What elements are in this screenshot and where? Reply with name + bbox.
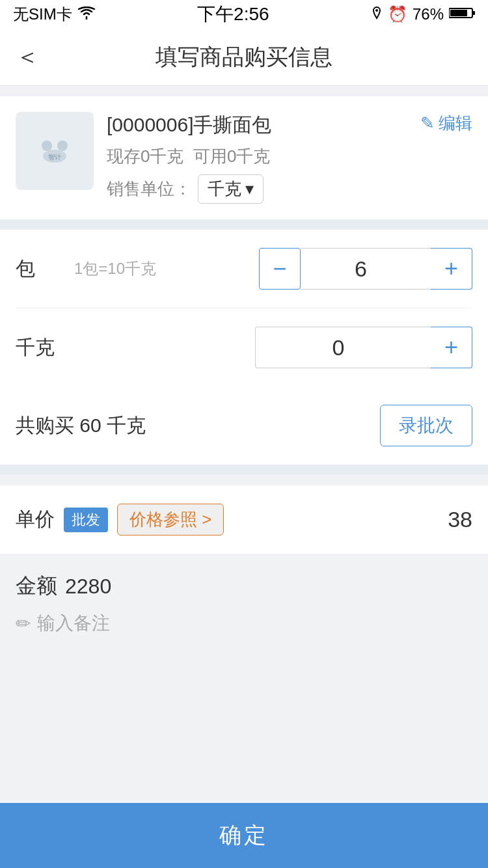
product-stock: 现存0千克 可用0千克 <box>107 145 472 168</box>
price-label: 单价 <box>16 506 55 533</box>
price-tag: 批发 <box>64 508 108 532</box>
bao-controls: − + <box>259 248 472 290</box>
amount-label: 金额 <box>16 572 57 601</box>
bao-quantity-input[interactable] <box>301 248 431 290</box>
nav-bar: ＜ 填写商品购买信息 <box>0 29 488 86</box>
svg-point-4 <box>42 141 52 151</box>
price-ref-button[interactable]: 价格参照 > <box>117 504 224 536</box>
svg-point-0 <box>375 9 378 12</box>
nav-title: 填写商品购买信息 <box>156 42 332 72</box>
location-icon <box>371 5 383 23</box>
status-left: 无SIM卡 <box>13 4 96 25</box>
svg-rect-3 <box>450 10 467 16</box>
amount-value: 2280 <box>65 575 111 599</box>
kg-increment-button[interactable]: + <box>431 327 472 368</box>
bao-label: 包 <box>16 256 68 282</box>
edit-icon: ✎ <box>420 113 435 133</box>
svg-rect-2 <box>472 11 475 15</box>
status-right: ⏰ 76% <box>371 5 475 23</box>
total-row: 共购买 60 千克 录批次 <box>0 387 488 465</box>
back-button[interactable]: ＜ <box>16 41 39 73</box>
bottom-spacer <box>0 646 488 724</box>
kg-controls: + <box>255 327 472 368</box>
svg-text:智计: 智计 <box>47 154 62 161</box>
bao-input-row: 包 1包=10千克 − + <box>16 230 472 308</box>
amount-row: 金额 2280 <box>16 572 472 601</box>
status-time: 下午2:56 <box>197 2 269 27</box>
edit-button[interactable]: ✎ 编辑 <box>420 112 472 135</box>
product-card: 智计 [0000006]手撕面包 现存0千克 可用0千克 销售单位： 千克 ▾ … <box>0 96 488 219</box>
pencil-icon: ✏ <box>16 613 31 634</box>
bao-increment-button[interactable]: + <box>431 248 472 290</box>
bao-decrement-button[interactable]: − <box>259 248 301 290</box>
battery-text: 76% <box>413 5 444 23</box>
bao-sublabel: 1包=10千克 <box>74 258 156 279</box>
product-name: [0000006]手撕面包 <box>107 112 472 139</box>
confirm-button[interactable]: 确定 <box>0 803 488 868</box>
batch-button[interactable]: 录批次 <box>380 405 472 446</box>
wifi-icon <box>77 5 96 23</box>
kg-input-row: 千克 + <box>16 308 472 387</box>
unit-select[interactable]: 千克 ▾ <box>198 174 264 204</box>
total-text: 共购买 60 千克 <box>16 413 146 439</box>
kg-quantity-input[interactable] <box>255 327 431 368</box>
battery-icon <box>449 5 475 23</box>
kg-label: 千克 <box>16 334 68 361</box>
chevron-down-icon: ▾ <box>245 179 254 199</box>
section-divider-2 <box>0 465 488 475</box>
product-thumbnail: 智计 <box>16 112 94 190</box>
svg-point-5 <box>57 141 68 151</box>
amount-section: 金额 2280 ✏ 输入备注 <box>0 554 488 646</box>
product-unit-row: 销售单位： 千克 ▾ <box>107 174 472 204</box>
price-section: 单价 批发 价格参照 > 38 <box>0 485 488 554</box>
section-divider-1 <box>0 219 488 230</box>
carrier-text: 无SIM卡 <box>13 4 72 25</box>
remark-row[interactable]: ✏ 输入备注 <box>16 611 472 636</box>
product-info: [0000006]手撕面包 现存0千克 可用0千克 销售单位： 千克 ▾ <box>107 112 472 204</box>
price-value: 38 <box>448 507 472 532</box>
remark-placeholder: 输入备注 <box>37 611 110 636</box>
alarm-icon: ⏰ <box>388 5 407 23</box>
status-bar: 无SIM卡 下午2:56 ⏰ 76% <box>0 0 488 29</box>
input-section: 包 1包=10千克 − + 千克 + <box>0 230 488 387</box>
